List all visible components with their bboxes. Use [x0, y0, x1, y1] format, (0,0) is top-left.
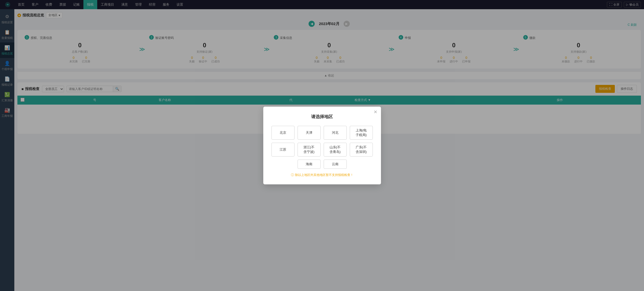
region-zhejiang[interactable]: 浙江(不含宁波)	[298, 143, 321, 156]
modal-title: 请选择地区	[271, 114, 373, 120]
region-jiangsu[interactable]: 江苏	[271, 143, 294, 156]
region-tianjin[interactable]: 天津	[298, 126, 321, 140]
region-row-1: 北京 天津 河北 上海(电子税局)	[271, 126, 373, 140]
region-row-2: 江苏 浙江(不含宁波) 山东(不含青岛) 广东(不含深圳)	[271, 143, 373, 156]
region-hainan[interactable]: 海南	[298, 160, 321, 169]
region-shanghai[interactable]: 上海(电子税局)	[350, 126, 373, 140]
warning-icon: ⓘ	[291, 173, 294, 177]
modal-warning: ⓘ 除以上地区外其他地区暂不支持报税检查！	[271, 173, 373, 177]
region-beijing[interactable]: 北京	[271, 126, 294, 140]
modal-close-button[interactable]: ✕	[374, 110, 377, 114]
region-selection-modal: ✕ 请选择地区 北京 天津 河北 上海(电子税局) 江苏 浙江(不含宁波) 山东…	[263, 107, 381, 184]
modal-overlay[interactable]: ✕ 请选择地区 北京 天津 河北 上海(电子税局) 江苏 浙江(不含宁波) 山东…	[0, 0, 644, 291]
region-row-3: 海南 云南	[271, 160, 373, 169]
region-guangdong[interactable]: 广东(不含深圳)	[350, 143, 373, 156]
region-yunnan[interactable]: 云南	[324, 160, 347, 169]
region-shandong[interactable]: 山东(不含青岛)	[324, 143, 347, 156]
region-hebei[interactable]: 河北	[324, 126, 347, 140]
